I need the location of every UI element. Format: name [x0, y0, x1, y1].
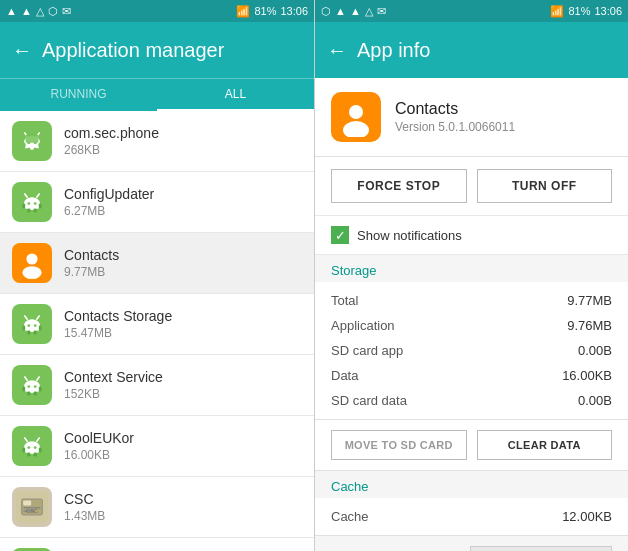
svg-rect-10	[34, 147, 37, 152]
storage-value: 0.00B	[578, 393, 612, 408]
list-item[interactable]: Device Provisioner 752KB	[0, 538, 314, 551]
status-icons-left-r: ⬡ ▲ ▲ △ ✉	[321, 5, 386, 18]
page-title-right: App info	[357, 39, 430, 62]
storage-label: Total	[331, 293, 358, 308]
storage-section-header: Storage	[315, 255, 628, 282]
svg-point-31	[27, 324, 30, 327]
email-icon: ✉	[62, 5, 71, 18]
app-info-contacts: Contacts 9.77MB	[64, 247, 302, 279]
svg-rect-30	[25, 323, 39, 330]
storage-value: 0.00B	[578, 343, 612, 358]
app-info-content: Contacts Version 5.0.1.0066011 FORCE STO…	[315, 78, 628, 551]
email-icon-r: ✉	[377, 5, 386, 18]
warning-icon-r: ⬡	[321, 5, 331, 18]
app-icon-sephone	[12, 121, 52, 161]
svg-rect-46	[22, 387, 25, 392]
app-icon-context	[12, 365, 52, 405]
svg-rect-48	[27, 391, 30, 395]
back-button-right[interactable]: ←	[327, 39, 347, 62]
tab-all[interactable]: ALL	[157, 79, 314, 111]
svg-rect-47	[39, 387, 42, 392]
storage-value: 9.76MB	[567, 318, 612, 333]
storage-label: SD card app	[331, 343, 403, 358]
svg-rect-63	[23, 501, 31, 506]
launcher-icon: ⬡	[48, 5, 58, 18]
app-name: CoolEUKor	[64, 430, 302, 446]
app-size: 6.27MB	[64, 204, 302, 218]
app-name: Contacts Storage	[64, 308, 302, 324]
app-info-cooleukor: CoolEUKor 16.00KB	[64, 430, 302, 462]
list-item[interactable]: CSC CSC 1.43MB	[0, 477, 314, 538]
svg-rect-24	[34, 208, 37, 212]
storage-row-sdcard-data: SD card data 0.00B	[315, 388, 628, 413]
app-size: 152KB	[64, 387, 302, 401]
svg-rect-57	[22, 448, 25, 453]
turn-off-button[interactable]: TURN OFF	[477, 169, 613, 203]
svg-point-27	[22, 266, 41, 279]
clear-cache-button[interactable]: CLEAR CACHE	[470, 546, 612, 551]
svg-rect-52	[25, 445, 39, 452]
list-item[interactable]: ConfigUpdater 6.27MB	[0, 172, 314, 233]
app-size: 16.00KB	[64, 448, 302, 462]
storage-label: Application	[331, 318, 395, 333]
app-info-config: ConfigUpdater 6.27MB	[64, 186, 302, 218]
list-item[interactable]: Contacts Storage 15.47MB	[0, 294, 314, 355]
action-buttons-row: FORCE STOP TURN OFF	[315, 157, 628, 216]
tab-running[interactable]: RUNNING	[0, 79, 157, 111]
status-bar-left: ▲ ▲ △ ⬡ ✉ 📶 81% 13:06	[0, 0, 314, 22]
svg-rect-49	[34, 391, 37, 395]
battery-text: 81%	[254, 5, 276, 17]
clear-data-button[interactable]: CLEAR DATA	[477, 430, 613, 460]
svg-rect-60	[34, 452, 37, 456]
move-to-sd-button[interactable]: MOVE TO SD CARD	[331, 430, 467, 460]
svg-rect-59	[27, 452, 30, 456]
app-list[interactable]: com.sec.phone 268KB	[0, 111, 314, 551]
status-icons-left: ▲ ▲ △ ⬡ ✉	[6, 5, 71, 18]
signal-icon-r: 📶	[550, 5, 564, 18]
notifications-row[interactable]: ✓ Show notifications	[315, 216, 628, 255]
svg-point-43	[34, 385, 37, 388]
app-size: 1.43MB	[64, 509, 302, 523]
app-detail-icon	[331, 92, 381, 142]
svg-rect-23	[27, 208, 30, 212]
app-icon-contacts-storage	[12, 304, 52, 344]
back-button-left[interactable]: ←	[12, 39, 32, 62]
force-stop-button[interactable]: FORCE STOP	[331, 169, 467, 203]
svg-rect-38	[34, 330, 37, 334]
app-icon-csc: CSC	[12, 487, 52, 527]
triangle-icon: △	[36, 5, 44, 18]
svg-rect-9	[27, 147, 30, 152]
right-panel: ⬡ ▲ ▲ △ ✉ 📶 81% 13:06 ← App info	[314, 0, 628, 551]
storage-label: SD card data	[331, 393, 407, 408]
svg-rect-22	[39, 204, 42, 209]
cache-value: 12.00KB	[562, 509, 612, 524]
tabs-bar: RUNNING ALL	[0, 78, 314, 111]
list-item[interactable]: Context Service 152KB	[0, 355, 314, 416]
svg-rect-13	[26, 136, 39, 142]
status-bar-right: ⬡ ▲ ▲ △ ✉ 📶 81% 13:06	[315, 0, 628, 22]
svg-rect-8	[38, 143, 41, 149]
checkbox-icon[interactable]: ✓	[331, 226, 349, 244]
app-size: 9.77MB	[64, 265, 302, 279]
battery-text-r: 81%	[568, 5, 590, 17]
storage-row-application: Application 9.76MB	[315, 313, 628, 338]
app-name: ConfigUpdater	[64, 186, 302, 202]
storage-table: Total 9.77MB Application 9.76MB SD card …	[315, 282, 628, 420]
svg-point-79	[349, 105, 363, 119]
cache-row: Cache 12.00KB	[315, 504, 628, 529]
storage-value: 9.77MB	[567, 293, 612, 308]
svg-point-42	[27, 385, 30, 388]
list-item[interactable]: CoolEUKor 16.00KB	[0, 416, 314, 477]
svg-rect-36	[39, 326, 42, 331]
app-detail-version: Version 5.0.1.0066011	[395, 120, 612, 134]
status-icons-right-r: 📶 81% 13:06	[550, 5, 622, 18]
triangle-icon2-r: △	[365, 5, 373, 18]
svg-point-53	[27, 446, 30, 449]
list-item-contacts[interactable]: Contacts 9.77MB	[0, 233, 314, 294]
app-detail-name: Contacts	[395, 100, 612, 118]
svg-rect-16	[25, 201, 39, 208]
app-size: 15.47MB	[64, 326, 302, 340]
app-size: 268KB	[64, 143, 302, 157]
list-item[interactable]: com.sec.phone 268KB	[0, 111, 314, 172]
storage-row-data: Data 16.00KB	[315, 363, 628, 388]
